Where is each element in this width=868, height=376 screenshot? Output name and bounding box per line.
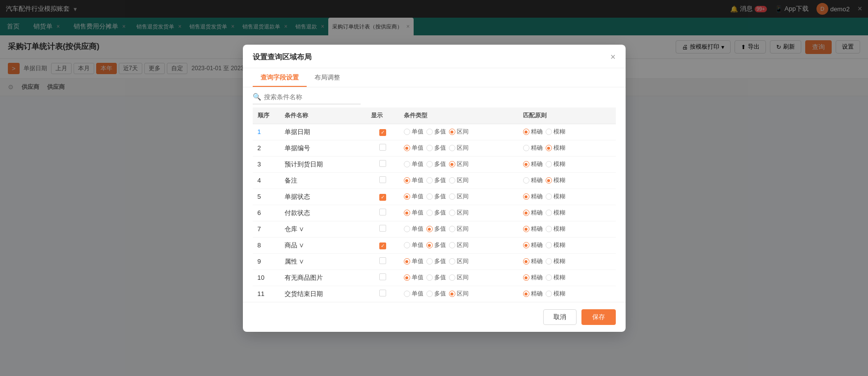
dialog-search-area: 🔍 [243,87,626,97]
search-icon: 🔍 [253,93,261,96]
dialog-title: 设置查询区域布局 [253,53,312,62]
modal-overlay: 设置查询区域布局 × 查询字段设置 布局调整 🔍 顺序 [0,0,868,96]
dialog-close-button[interactable]: × [610,53,616,61]
dtab-layout-adjust-label: 布局调整 [315,74,340,81]
dialog-header: 设置查询区域布局 × [243,45,626,68]
dtab-layout-adjust[interactable]: 布局调整 [307,68,348,87]
dtab-field-settings[interactable]: 查询字段设置 [253,68,307,87]
search-wrap: 🔍 [253,92,361,97]
settings-dialog: 设置查询区域布局 × 查询字段设置 布局调整 🔍 顺序 [243,45,626,97]
search-input[interactable] [261,92,361,97]
dialog-tabs: 查询字段设置 布局调整 [243,68,626,87]
dtab-field-settings-label: 查询字段设置 [261,74,299,81]
